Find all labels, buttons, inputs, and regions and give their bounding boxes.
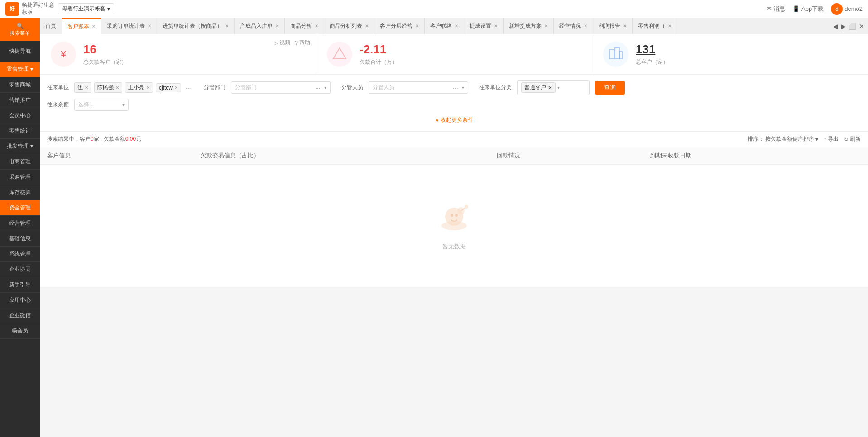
svg-marker-0: [333, 48, 346, 59]
sidebar-item-retail-mall[interactable]: 零售商城: [0, 77, 40, 93]
tab-close-business[interactable]: ✕: [584, 24, 587, 28]
tab-close-goods[interactable]: ✕: [315, 24, 318, 28]
filter-dept-select[interactable]: 分管部门 ··· ▾: [231, 81, 331, 94]
stat-label-amount: 欠款合计（万）: [360, 58, 398, 66]
tab-production-inbound[interactable]: 产成品入库单 ✕: [235, 18, 285, 34]
stats-row: ¥ 16 总欠款客户（家） ▷ 视频 ? 帮助: [40, 34, 868, 75]
tab-close-retail-profit[interactable]: ✕: [668, 24, 671, 28]
remove-tag-chen[interactable]: ✕: [115, 85, 119, 90]
tab-goods-analysis[interactable]: 商品分析 ✕: [285, 18, 324, 34]
filter-balance-label: 往来余额: [47, 101, 69, 109]
tab-customer-contact[interactable]: 客户联络 ✕: [425, 18, 464, 34]
tab-close-production[interactable]: ✕: [275, 24, 279, 28]
filter-row-unit: 往来单位 伍 ✕ 陈民强 ✕ 王小亮 ✕: [47, 80, 861, 95]
sidebar-item-app-center[interactable]: 应用中心: [0, 293, 40, 308]
sidebar-item-purchase[interactable]: 采购管理: [0, 170, 40, 185]
dept-chevron: ▾: [324, 85, 326, 90]
sort-select[interactable]: 排序： 按欠款金额倒序排序 ▾: [748, 135, 818, 143]
sidebar-item-member[interactable]: 会员中心: [0, 108, 40, 124]
sidebar-item-finance[interactable]: 资金管理: [0, 200, 40, 216]
top-bar: 好 畅捷通好生意 标版 母婴行业演示帐套 ▾ ✉ 消息 📱 App下载 d de…: [0, 0, 868, 18]
tab-close-tiered[interactable]: ✕: [415, 24, 419, 28]
tab-purchase-order-stat[interactable]: 采购订单统计表 ✕: [101, 18, 157, 34]
app-download-button[interactable]: 📱 App下载: [792, 5, 824, 13]
export-button[interactable]: ↑ 导出: [824, 135, 839, 143]
tab-close-goods-list[interactable]: ✕: [365, 24, 369, 28]
tab-close-inbound[interactable]: ✕: [225, 24, 229, 28]
collapse-button[interactable]: ∧ 收起更多条件: [435, 116, 473, 124]
page-content: ¥ 16 总欠款客户（家） ▷ 视频 ? 帮助: [40, 34, 868, 437]
tab-goods-analysis-list[interactable]: 商品分析列表 ✕: [324, 18, 374, 34]
search-menu-button[interactable]: 🔍 搜索菜单: [0, 18, 40, 41]
tab-raise-settings[interactable]: 提成设置 ✕: [464, 18, 504, 34]
tab-inbound-stat[interactable]: 进货单统计表（按商品） ✕: [157, 18, 235, 34]
svg-point-10: [465, 205, 468, 209]
sidebar-item-inventory[interactable]: 库存核算: [0, 185, 40, 200]
query-button[interactable]: 查询: [595, 81, 625, 95]
filter-row-balance: 往来余额 选择... ▾: [47, 99, 861, 111]
filter-tag-cjttcw: cjttcw ✕: [156, 83, 181, 92]
user-menu[interactable]: d demo2: [831, 3, 863, 15]
sidebar-item-ecommerce[interactable]: 电商管理: [0, 154, 40, 170]
filter-classification-select[interactable]: 普通客户 ✕ ▾: [517, 80, 590, 95]
classification-tag-normal: 普通客户 ✕: [521, 82, 556, 93]
tab-home[interactable]: 首页: [40, 18, 62, 34]
tab-scroll-left[interactable]: ◀: [833, 23, 838, 30]
tab-business-status[interactable]: 经营情况 ✕: [554, 18, 593, 34]
sidebar-item-system[interactable]: 系统管理: [0, 247, 40, 262]
sidebar-item-retail[interactable]: 零售管理 ▾: [0, 62, 40, 77]
chevron-up-icon: ∧: [435, 117, 439, 124]
tab-bar: 首页 客户账本 ✕ 采购订单统计表 ✕ 进货单统计表（按商品） ✕ 产成品入库单…: [40, 18, 868, 34]
tab-close-new-raise[interactable]: ✕: [544, 24, 548, 28]
org-selector[interactable]: 母婴行业演示帐套 ▾: [58, 3, 114, 14]
refresh-button[interactable]: ↻ 刷新: [844, 135, 861, 143]
data-table: 客户信息 欠款交易信息（占比） 回款情况 到期未收款日期: [40, 147, 868, 287]
tab-profit-report[interactable]: 利润报告 ✕: [593, 18, 633, 34]
tab-customer-tiered[interactable]: 客户分层经营 ✕: [374, 18, 425, 34]
stat-info-customers: 16 总欠款客户（家）: [83, 43, 127, 66]
filter-person-label: 分管人员: [341, 84, 363, 91]
tab-customer-balance[interactable]: 客户账本 ✕: [62, 18, 101, 34]
filter-person-select[interactable]: 分管人员 ··· ▾: [369, 81, 468, 94]
sidebar-item-wholesale[interactable]: 批发管理 ▾: [0, 139, 40, 154]
help-link[interactable]: ? 帮助: [295, 39, 310, 47]
dept-dots[interactable]: ···: [313, 84, 322, 91]
remove-tag-wang[interactable]: ✕: [146, 85, 150, 90]
tab-scroll-right[interactable]: ▶: [841, 23, 846, 30]
tab-maximize[interactable]: ⬜: [849, 23, 856, 30]
tab-close-profit[interactable]: ✕: [623, 24, 627, 28]
sidebar-item-quick-nav[interactable]: 快捷导航: [0, 44, 40, 59]
sidebar-item-operations[interactable]: 经营管理: [0, 216, 40, 231]
sidebar-item-member2[interactable]: 畅会员: [0, 323, 40, 339]
sidebar-item-marketing[interactable]: 营销推广: [0, 93, 40, 108]
remove-tag-wu[interactable]: ✕: [85, 85, 88, 90]
remove-classification-normal[interactable]: ✕: [548, 85, 552, 91]
stat-icon-customers: ¥: [51, 42, 76, 67]
tab-close-raise[interactable]: ✕: [494, 24, 498, 28]
tab-close-contact[interactable]: ✕: [455, 24, 458, 28]
logo-area: 好 畅捷通好生意 标版: [5, 2, 54, 16]
video-link[interactable]: ▷ 视频: [274, 39, 290, 47]
sidebar-item-enterprise-wx[interactable]: 企业微信: [0, 308, 40, 323]
logo-icon: 好: [5, 2, 19, 16]
sidebar-item-retail-stat[interactable]: 零售统计: [0, 124, 40, 139]
table-header-row: 客户信息 欠款交易信息（占比） 回款情况 到期未收款日期: [40, 147, 868, 165]
svg-point-7: [455, 214, 458, 217]
svg-point-6: [451, 214, 453, 217]
table-header: 客户信息 欠款交易信息（占比） 回款情况 到期未收款日期: [40, 147, 868, 165]
sidebar-item-basic[interactable]: 基础信息: [0, 231, 40, 247]
person-dots[interactable]: ···: [451, 84, 460, 91]
tab-retail-profit[interactable]: 零售利润（ ✕: [633, 18, 677, 34]
stat-label-total: 总客户（家）: [636, 58, 668, 66]
sidebar-item-newcomer[interactable]: 新手引导: [0, 277, 40, 293]
filter-balance-select[interactable]: 选择... ▾: [74, 99, 129, 111]
tab-close-customer-balance[interactable]: ✕: [92, 24, 96, 29]
tab-new-raise-plan[interactable]: 新增提成方案 ✕: [504, 18, 554, 34]
tab-close-purchase[interactable]: ✕: [148, 24, 151, 28]
filter-more-tags[interactable]: ···: [184, 84, 193, 91]
remove-tag-cjttcw[interactable]: ✕: [174, 85, 178, 90]
stat-card-amount: -2.11 欠款合计（万）: [316, 34, 592, 74]
messages-button[interactable]: ✉ 消息: [767, 5, 785, 13]
tab-close-all[interactable]: ✕: [859, 23, 864, 30]
sidebar-item-enterprise-coop[interactable]: 企业协同: [0, 262, 40, 277]
